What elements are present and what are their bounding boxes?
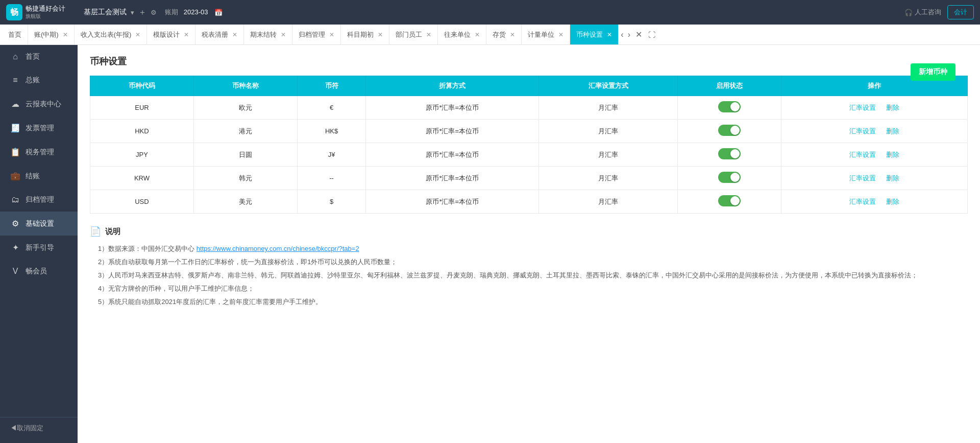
tab-expand-button[interactable]: ⛶ <box>645 25 658 45</box>
currency-table: 币种代码 币种名称 币符 折算方式 汇率设置方式 启用状态 操作 EUR 欧元 … <box>90 76 968 214</box>
tab-subject-init[interactable]: 科目期初 ✕ <box>341 25 389 45</box>
sidebar-item-basic[interactable]: ⚙ 基础设置 <box>0 212 78 236</box>
main-content: 币种设置 新增币种 币种代码 币种名称 币符 折算方式 汇率设置方式 启用状态 … <box>78 45 980 443</box>
logo-icon: 畅 <box>6 4 22 20</box>
cell-calc: 原币*汇率=本位币 <box>366 167 539 190</box>
tab-income-report[interactable]: 收入支出表(年报) ✕ <box>75 25 148 45</box>
add-tab-icon[interactable]: ＋ <box>138 7 146 18</box>
user-button[interactable]: 会计 <box>947 5 974 19</box>
sidebar-item-home[interactable]: ⌂ 首页 <box>0 45 78 68</box>
tab-template-design[interactable]: 模版设计 ✕ <box>147 25 195 45</box>
tab-ledger-mid[interactable]: 账(中期) ✕ <box>28 25 75 45</box>
tab-close-icon[interactable]: ✕ <box>378 31 383 38</box>
sidebar-item-reports[interactable]: ☁ 云报表中心 <box>0 92 78 116</box>
cell-actions: 汇率设置 删除 <box>781 167 967 190</box>
settings-icon[interactable]: ⚙ <box>151 9 157 16</box>
delete-link[interactable]: 删除 <box>886 198 899 205</box>
rate-setting-link[interactable]: 汇率设置 <box>849 198 876 205</box>
settle-icon: 💼 <box>10 171 20 181</box>
tab-close-icon[interactable]: ✕ <box>281 31 286 38</box>
note-title: 📄 说明 <box>90 226 968 237</box>
member-icon: V <box>10 267 20 276</box>
main-layout: ⌂ 首页 ≡ 总账 ☁ 云报表中心 🧾 发票管理 📋 税务管理 💼 结账 🗂 归… <box>0 45 980 443</box>
tab-period-end[interactable]: 期末结转 ✕ <box>244 25 292 45</box>
tab-unit[interactable]: 计量单位 ✕ <box>522 25 570 45</box>
note-item: 2）系统自动获取每月第一个工作日的汇率标价，统一为直接标价法，即1外币可以兑换的… <box>90 255 968 269</box>
basic-settings-icon: ⚙ <box>10 219 20 228</box>
tab-currency[interactable]: 币种设置 ✕ <box>570 25 619 45</box>
tab-archive-mgmt[interactable]: 归档管理 ✕ <box>292 25 341 45</box>
page-header: 币种设置 新增币种 <box>90 55 968 67</box>
tab-close-icon[interactable]: ✕ <box>426 31 431 38</box>
invoice-icon: 🧾 <box>10 123 20 133</box>
delete-link[interactable]: 删除 <box>886 151 899 158</box>
status-toggle[interactable] <box>718 172 741 183</box>
sidebar-item-member[interactable]: V 畅会员 <box>0 260 78 283</box>
cell-symbol: € <box>297 96 365 120</box>
tab-close-icon[interactable]: ✕ <box>184 31 189 38</box>
company-name: 基层工会测试 <box>84 8 127 17</box>
note-link[interactable]: https://www.chinamoney.com.cn/chinese/bk… <box>197 245 359 252</box>
sidebar-item-settle[interactable]: 💼 结账 <box>0 164 78 188</box>
delete-link[interactable]: 删除 <box>886 127 899 135</box>
support-link[interactable]: 🎧 人工咨询 <box>904 8 941 17</box>
tab-close-icon[interactable]: ✕ <box>63 31 68 38</box>
tab-dept-staff[interactable]: 部门员工 ✕ <box>389 25 438 45</box>
delete-link[interactable]: 删除 <box>886 104 899 111</box>
sidebar: ⌂ 首页 ≡ 总账 ☁ 云报表中心 🧾 发票管理 📋 税务管理 💼 结账 🗂 归… <box>0 45 78 443</box>
col-code: 币种代码 <box>90 76 194 96</box>
cell-symbol: -- <box>297 167 365 190</box>
tab-close-icon[interactable]: ✕ <box>135 31 140 38</box>
tab-home[interactable]: 首页 <box>2 25 28 45</box>
table-row: HKD 港元 HK$ 原币*汇率=本位币 月汇率 汇率设置 删除 <box>90 120 968 143</box>
logo-area: 畅 畅捷通好会计 旗舰版 <box>6 4 84 20</box>
rate-setting-link[interactable]: 汇率设置 <box>849 104 876 111</box>
cell-calc: 原币*汇率=本位币 <box>366 120 539 143</box>
tab-prev-button[interactable]: ‹ <box>619 25 625 45</box>
home-icon: ⌂ <box>10 52 20 61</box>
tab-close-icon[interactable]: ✕ <box>475 31 480 38</box>
sidebar-item-guide[interactable]: ✦ 新手引导 <box>0 236 78 260</box>
tab-close-icon[interactable]: ✕ <box>232 31 237 38</box>
delete-link[interactable]: 删除 <box>886 174 899 182</box>
table-row: KRW 韩元 -- 原币*汇率=本位币 月汇率 汇率设置 删除 <box>90 167 968 190</box>
rate-setting-link[interactable]: 汇率设置 <box>849 127 876 135</box>
toggle-knob <box>730 126 740 135</box>
tab-next-button[interactable]: › <box>626 25 632 45</box>
new-currency-button[interactable]: 新增币种 <box>911 63 955 81</box>
tab-inventory[interactable]: 存货 ✕ <box>486 25 522 45</box>
company-dropdown-icon[interactable]: ▾ <box>131 9 134 16</box>
sidebar-bottom: ◀取消固定 <box>0 417 78 439</box>
sidebar-item-tax[interactable]: 📋 税务管理 <box>0 140 78 164</box>
col-calc: 折算方式 <box>366 76 539 96</box>
tab-bar: 首页 账(中期) ✕ 收入支出表(年报) ✕ 模版设计 ✕ 税表清册 ✕ 期末结… <box>0 25 980 45</box>
sidebar-item-ledger[interactable]: ≡ 总账 <box>0 68 78 92</box>
sidebar-item-invoice[interactable]: 🧾 发票管理 <box>0 116 78 140</box>
calendar-icon[interactable]: 📅 <box>214 9 223 16</box>
sidebar-pin-button[interactable]: ◀取消固定 <box>0 417 78 439</box>
tab-close-active-icon[interactable]: ✕ <box>607 31 612 38</box>
tab-close-all-button[interactable]: ✕ <box>632 25 645 45</box>
table-row: JPY 日圆 J¥ 原币*汇率=本位币 月汇率 汇率设置 删除 <box>90 143 968 167</box>
tax-icon: 📋 <box>10 147 20 157</box>
top-header: 畅 畅捷通好会计 旗舰版 基层工会测试 ▾ ＋ ⚙ 账期 2023-03 📅 🎧… <box>0 0 980 25</box>
note-item: 3）人民币对马来西亚林吉特、俄罗斯卢布、南非兰特、韩元、阿联酋迪拉姆、沙特里亚尔… <box>90 269 968 282</box>
status-toggle[interactable] <box>718 101 741 112</box>
cell-name: 日圆 <box>193 143 297 167</box>
tab-tax-list[interactable]: 税表清册 ✕ <box>195 25 244 45</box>
tab-close-icon[interactable]: ✕ <box>558 31 564 38</box>
sidebar-item-archive[interactable]: 🗂 归档管理 <box>0 188 78 212</box>
tab-contacts[interactable]: 往来单位 ✕ <box>438 25 486 45</box>
logo-text: 畅捷通好会计 旗舰版 <box>26 5 65 20</box>
rate-setting-link[interactable]: 汇率设置 <box>849 174 876 182</box>
archive-icon: 🗂 <box>10 195 20 204</box>
rate-setting-link[interactable]: 汇率设置 <box>849 151 876 158</box>
status-toggle[interactable] <box>718 125 741 136</box>
tab-close-icon[interactable]: ✕ <box>510 31 515 38</box>
status-toggle[interactable] <box>718 148 741 159</box>
status-toggle[interactable] <box>718 195 741 206</box>
cell-status <box>677 120 781 143</box>
tab-close-icon[interactable]: ✕ <box>329 31 334 38</box>
cell-actions: 汇率设置 删除 <box>781 96 967 120</box>
col-status: 启用状态 <box>677 76 781 96</box>
